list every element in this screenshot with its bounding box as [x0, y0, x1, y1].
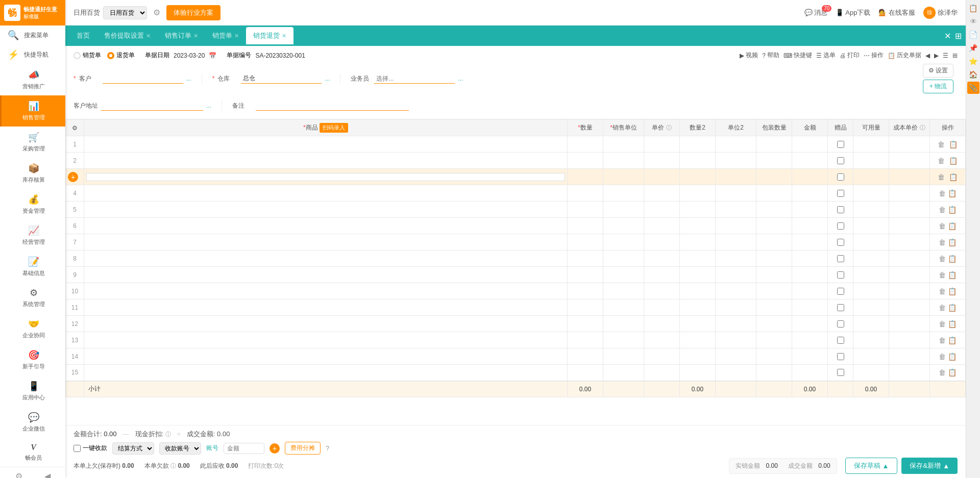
delete-row-6[interactable]: 🗑 [939, 222, 946, 230]
draft-chevron[interactable]: ▲ [883, 462, 889, 470]
sidebar-item-basic[interactable]: 📝 基础信息 [0, 251, 65, 282]
toolbar-view2[interactable]: ⊞ [952, 52, 958, 59]
sidebar-item-apps[interactable]: 📱 应用中心 [0, 375, 65, 407]
tab-close-sale-price[interactable]: ✕ [146, 33, 151, 39]
calendar-icon[interactable]: 📅 [209, 52, 216, 59]
right-panel-icon-4[interactable]: 📌 [967, 42, 979, 54]
save-new-chevron[interactable]: ▲ [943, 462, 949, 470]
sidebar-item-quicknav[interactable]: ⚡ 快捷导航 [0, 45, 65, 64]
delete-row-10[interactable]: 🗑 [939, 287, 946, 295]
settings-bottom-icon[interactable]: ⚙ [15, 471, 22, 478]
right-panel-icon-3[interactable]: 📄 [967, 29, 979, 41]
warehouse-dots[interactable]: ... [325, 75, 330, 82]
toolbar-print[interactable]: 🖨 打印 [840, 51, 860, 60]
tab-sale-price[interactable]: 售价提取设置 ✕ [97, 27, 158, 44]
price-cell-1[interactable] [644, 136, 680, 153]
scan-button[interactable]: 扫码录入 [320, 123, 348, 133]
tab-close-all[interactable]: ✕ [944, 31, 951, 41]
sidebar-item-inventory[interactable]: 📦 库存核算 [0, 158, 65, 189]
address-input[interactable] [101, 101, 203, 111]
toolbar-view1[interactable]: ☰ [943, 52, 948, 59]
product-input-3[interactable] [86, 173, 565, 181]
tab-close-sale-delivery[interactable]: ✕ [234, 33, 239, 39]
radio-sale[interactable]: 销货单 [74, 51, 101, 60]
account-dots[interactable]: 账号 [206, 444, 218, 452]
copy-row-2[interactable]: 📋 [949, 157, 958, 165]
warehouse-input[interactable] [241, 74, 322, 84]
sidebar-item-finance[interactable]: 💰 资金管理 [0, 189, 65, 220]
delete-row-15[interactable]: 🗑 [939, 368, 946, 376]
delete-row-4[interactable]: 🗑 [939, 189, 946, 197]
delete-row-8[interactable]: 🗑 [939, 255, 946, 263]
right-panel-icon-6[interactable]: 🏠 [967, 68, 979, 81]
online-service-button[interactable]: 💁 在线客服 [878, 8, 915, 17]
tab-close-sale-order[interactable]: ✕ [193, 33, 198, 39]
one-click-payment[interactable]: 一键收款 [74, 444, 107, 452]
sidebar-item-system[interactable]: ⚙ 系统管理 [0, 282, 65, 313]
toolbar-action[interactable]: ⋯ 操作 [864, 51, 884, 60]
account-select[interactable]: 收款账号 [159, 442, 201, 455]
delete-row-5[interactable]: 🗑 [939, 206, 946, 214]
sidebar-item-vip[interactable]: V 畅会员 [0, 438, 65, 467]
right-panel-icon-1[interactable]: 📋 [967, 2, 979, 14]
gift-check-1[interactable] [837, 141, 844, 148]
delete-row-14[interactable]: 🗑 [939, 353, 946, 361]
sidebar-item-enterprise[interactable]: 🤝 企业协同 [0, 313, 65, 344]
logistics-button[interactable]: + 物流 [923, 80, 953, 93]
toolbar-next[interactable]: ▶ [934, 52, 939, 59]
add-payment-button[interactable]: + [270, 443, 280, 454]
delete-row-12[interactable]: 🗑 [939, 320, 946, 328]
save-draft-button[interactable]: 保存草稿 ▲ [845, 458, 898, 474]
tab-sale-return[interactable]: 销货退货 ✕ [246, 27, 293, 44]
qty-cell-1[interactable] [568, 136, 603, 153]
address-dots[interactable]: ... [206, 102, 211, 109]
message-button[interactable]: 💬 消息 70 [804, 8, 828, 17]
delete-row-1[interactable]: 🗑 [938, 140, 945, 148]
sidebar-item-purchase[interactable]: 🛒 采购管理 [0, 127, 65, 158]
app-download-button[interactable]: 📱 App下载 [836, 8, 870, 17]
delete-row-9[interactable]: 🗑 [939, 271, 946, 279]
delete-row-11[interactable]: 🗑 [939, 304, 946, 312]
copy-row-3[interactable]: 📋 [949, 173, 958, 181]
remark-input[interactable] [256, 101, 409, 111]
cost-cell-1[interactable] [889, 136, 930, 153]
gift-check-2[interactable] [837, 157, 844, 164]
delete-row-3[interactable]: 🗑 [938, 173, 945, 181]
topbar-settings-icon[interactable]: ⚙ [153, 8, 160, 17]
toolbar-video[interactable]: ▶ 视频 [740, 51, 758, 60]
delete-row-2[interactable]: 🗑 [938, 157, 945, 165]
product-cell-1[interactable] [84, 136, 568, 153]
collapse-icon[interactable]: ◀ [44, 471, 51, 478]
split-button[interactable]: 费用分摊 [285, 442, 321, 455]
tab-home[interactable]: 首页 [69, 27, 97, 44]
unit-cell-1[interactable] [603, 136, 644, 153]
tab-close-sale-return[interactable]: ✕ [282, 33, 286, 39]
unit2-cell-1[interactable] [716, 136, 756, 153]
tab-fullscreen[interactable]: ⊞ [955, 31, 962, 41]
amount-cell-1[interactable] [792, 136, 828, 153]
tab-sale-order[interactable]: 销售订单 ✕ [158, 27, 205, 44]
customer-dots[interactable]: ... [186, 75, 191, 82]
sidebar-item-wechat[interactable]: 💬 企业微信 [0, 407, 65, 438]
pack-cell-1[interactable] [756, 136, 792, 153]
user-profile[interactable]: 徐 徐泽华 [923, 7, 958, 19]
add-row-button[interactable]: + [68, 172, 78, 182]
sidebar-item-marketing[interactable]: 📣 营销推广 [0, 64, 65, 95]
calc-method-select[interactable]: 结算方式 [112, 442, 154, 455]
amount-input[interactable] [224, 443, 264, 454]
toolbar-prev[interactable]: ◀ [925, 52, 930, 59]
daily-dropdown[interactable]: 日用百货 [103, 6, 147, 19]
right-panel-icon-5[interactable]: ⭐ [967, 55, 979, 67]
salesman-dots[interactable]: ... [458, 75, 463, 82]
radio-return[interactable]: 退货单 [107, 51, 135, 60]
copy-row-1[interactable]: 📋 [949, 140, 958, 148]
settings-button[interactable]: ⚙ 设置 [923, 64, 953, 78]
delete-row-13[interactable]: 🗑 [939, 336, 946, 344]
sidebar-item-search[interactable]: 🔍 搜索菜单 [0, 26, 65, 45]
salesman-input[interactable] [374, 74, 455, 84]
help-icon[interactable]: ? [326, 444, 329, 452]
delete-row-7[interactable]: 🗑 [939, 238, 946, 246]
right-panel-icon-7[interactable]: 📎 [967, 82, 979, 94]
th-settings[interactable]: ⚙ [66, 120, 84, 136]
payment-checkbox[interactable] [74, 445, 81, 452]
